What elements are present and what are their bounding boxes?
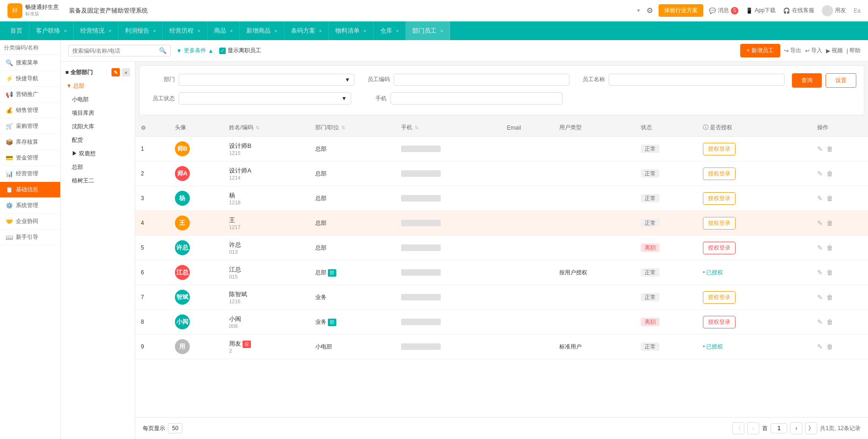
delete-icon[interactable]: 🗑 <box>826 219 833 227</box>
sidebar-item-purchase[interactable]: 🛒 采购管理 <box>0 118 60 134</box>
dept-tree-shuanglu[interactable]: ▶ 双鹿想 <box>61 147 135 160</box>
page-size-value[interactable]: 50 <box>168 423 182 433</box>
system-dropdown-arrow[interactable]: ▼ <box>636 8 641 13</box>
export-button[interactable]: ↪ 导出 <box>784 47 801 55</box>
edit-icon[interactable]: ✎ <box>817 293 823 301</box>
emp-name-input[interactable] <box>609 74 785 86</box>
app-download-button[interactable]: 📱 App下载 <box>746 7 776 14</box>
phone-input[interactable] <box>390 92 563 105</box>
auth-button[interactable]: 授权登录 <box>703 143 736 155</box>
auth-button[interactable]: 授权登录 <box>703 167 736 180</box>
settings-button[interactable]: ⚙ <box>646 6 653 15</box>
user-menu-button[interactable]: 用友 <box>822 5 846 16</box>
auth-button[interactable]: 授权登录 <box>703 316 736 328</box>
auth-button[interactable]: 授权登录 <box>703 242 736 254</box>
sidebar-item-finance[interactable]: 💳 资金管理 <box>0 150 60 166</box>
first-page-button[interactable]: 《 <box>732 422 744 434</box>
tab-department[interactable]: 部门员工 × <box>406 21 450 40</box>
th-phone[interactable]: 手机 ⇅ <box>396 119 501 137</box>
tab-warehouse[interactable]: 仓库 × <box>374 21 406 40</box>
close-icon[interactable]: × <box>197 28 200 34</box>
edit-icon[interactable]: ✎ <box>817 244 823 251</box>
sidebar-item-system[interactable]: ⚙️ 系统管理 <box>0 198 60 214</box>
prev-page-button[interactable]: ‹ <box>747 422 759 434</box>
add-employee-button[interactable]: + 新增员工 <box>740 44 780 57</box>
page-number-input[interactable] <box>771 423 787 433</box>
help-button[interactable]: | 帮助 <box>847 47 861 55</box>
delete-icon[interactable]: 🗑 <box>826 318 833 326</box>
close-icon[interactable]: × <box>153 28 156 34</box>
close-icon[interactable]: × <box>363 28 366 34</box>
sidebar-item-marketing[interactable]: 📢 营销推广 <box>0 87 60 103</box>
th-name[interactable]: 姓名/编码 ⇅ <box>223 119 309 137</box>
delete-icon[interactable]: 🗑 <box>826 269 833 276</box>
view-button[interactable]: ▶ 视频 <box>826 47 843 55</box>
online-support-button[interactable]: 🎧 在线客服 <box>783 7 814 14</box>
sidebar-item-inventory[interactable]: 📦 库存核算 <box>0 134 60 150</box>
dept-edit-icon[interactable]: ✎ <box>111 68 120 77</box>
next-page-button[interactable]: › <box>790 422 802 434</box>
edit-icon[interactable]: ✎ <box>817 145 823 153</box>
set-button[interactable]: 设置 <box>826 73 856 88</box>
edit-icon[interactable]: ✎ <box>817 318 823 326</box>
tab-bom[interactable]: 物料清单 × <box>329 21 373 40</box>
delete-icon[interactable]: 🗑 <box>826 170 833 177</box>
dept-tree-shenyang[interactable]: 沈阳大库 <box>61 120 135 133</box>
emp-status-select[interactable]: ▼ <box>179 92 351 105</box>
sidebar-item-operation[interactable]: 📊 经营管理 <box>0 166 60 182</box>
tab-profit[interactable]: 利润报告 × <box>118 21 163 40</box>
edit-icon[interactable]: ✎ <box>817 195 823 202</box>
import-button[interactable]: ↩ 导入 <box>805 47 822 55</box>
dept-tree-xiaodian[interactable]: 小电部 <box>61 93 135 106</box>
delete-icon[interactable]: 🗑 <box>826 293 833 301</box>
close-icon[interactable]: × <box>396 28 399 34</box>
close-icon[interactable]: × <box>108 28 111 34</box>
close-icon[interactable]: × <box>64 28 67 34</box>
tab-process[interactable]: 经营历程 × <box>163 21 207 40</box>
dept-tree-peihuo[interactable]: 配货 <box>61 133 135 147</box>
dept-tree-zhishu[interactable]: 植树王二 <box>61 174 135 188</box>
query-button[interactable]: 查询 <box>792 73 822 88</box>
dept-collapse-icon[interactable]: « <box>122 68 130 77</box>
dept-tree-project[interactable]: 项目库房 <box>61 106 135 120</box>
edit-icon[interactable]: ✎ <box>817 170 823 177</box>
tab-operations[interactable]: 经营情况 × <box>74 21 118 40</box>
edit-icon[interactable]: ✎ <box>817 343 823 350</box>
auth-button[interactable]: 授权登录 <box>703 291 736 304</box>
tab-add-goods[interactable]: 新增商品 × <box>240 21 284 40</box>
dept-select[interactable]: ▼ <box>179 74 354 86</box>
dept-tree-all[interactable]: ▼ 总部 <box>61 79 135 93</box>
th-settings[interactable]: ⚙ <box>135 119 169 137</box>
sidebar-item-collab[interactable]: 🤝 企业协同 <box>0 214 60 230</box>
auth-button[interactable]: 授权登录 <box>703 217 736 230</box>
delete-icon[interactable]: 🗑 <box>826 244 833 251</box>
close-icon[interactable]: × <box>230 28 233 34</box>
close-icon[interactable]: × <box>440 28 443 34</box>
close-icon[interactable]: × <box>274 28 277 34</box>
close-icon[interactable]: × <box>319 28 322 34</box>
sidebar-item-guide[interactable]: 📖 新手引导 <box>0 230 60 245</box>
tab-barcode[interactable]: 条码方案 × <box>285 21 329 40</box>
last-page-button[interactable]: 》 <box>805 422 817 434</box>
edit-icon[interactable]: ✎ <box>817 269 823 276</box>
trial-button[interactable]: 体验行业方案 <box>659 4 703 17</box>
auth-button[interactable]: 授权登录 <box>703 192 736 205</box>
sidebar-item-basic[interactable]: 📋 基础信息 <box>0 182 60 198</box>
sidebar-search-input[interactable] <box>4 44 61 51</box>
more-filter-btn[interactable]: ▼ 更多条件 ▲ <box>176 47 214 55</box>
tab-goods[interactable]: 商品 × <box>208 21 240 40</box>
delete-icon[interactable]: 🗑 <box>826 195 833 202</box>
sidebar-item-quicknav[interactable]: ⚡ 快捷导航 <box>0 71 60 87</box>
sidebar-item-sales[interactable]: 💰 销售管理 <box>0 103 60 118</box>
delete-icon[interactable]: 🗑 <box>826 343 833 350</box>
th-dept[interactable]: 部门/职位 ⇅ <box>310 119 396 137</box>
tab-home[interactable]: 首页 <box>4 21 29 40</box>
dept-tree-zongbu[interactable]: 总部 <box>61 160 135 174</box>
emp-code-input[interactable] <box>394 74 569 86</box>
show-resigned-toggle[interactable]: ✓ 显示离职员工 <box>219 47 261 55</box>
edit-icon[interactable]: ✎ <box>817 219 823 227</box>
tab-customer[interactable]: 客户联络 × <box>29 21 74 40</box>
search-icon[interactable]: 🔍 <box>159 47 167 54</box>
messages-button[interactable]: 💬 消息 5 <box>709 7 738 14</box>
delete-icon[interactable]: 🗑 <box>826 145 833 153</box>
